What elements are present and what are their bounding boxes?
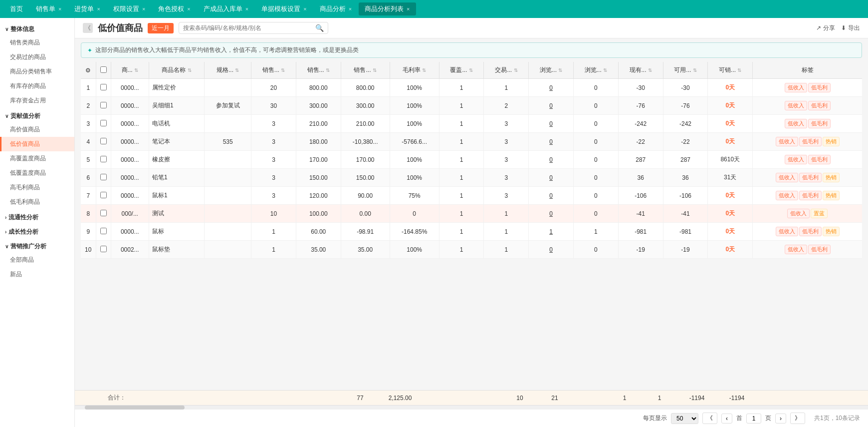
row-sale-qty: 3 bbox=[251, 133, 296, 151]
col-spec[interactable]: 规格... ⇅ bbox=[205, 62, 251, 79]
col-code[interactable]: 商... ⇅ bbox=[111, 62, 149, 79]
sidebar-item-high-margin[interactable]: 高毛利商品 bbox=[0, 180, 74, 195]
row-checkbox[interactable] bbox=[96, 187, 111, 205]
collapse-sidebar-button[interactable]: 《 bbox=[83, 23, 93, 33]
close-icon[interactable]: × bbox=[58, 6, 61, 12]
col-sale-amount[interactable]: 销售... ⇅ bbox=[341, 62, 390, 79]
horizontal-scrollbar[interactable] bbox=[75, 406, 868, 410]
sidebar-item-new-products[interactable]: 新品 bbox=[0, 267, 74, 282]
row-checkbox[interactable] bbox=[96, 79, 111, 97]
row-checkbox[interactable] bbox=[96, 169, 111, 187]
sidebar-item-low-coverage[interactable]: 低覆盖度商品 bbox=[0, 166, 74, 180]
nav-product-stock[interactable]: 产成品入库单× bbox=[198, 2, 254, 15]
row-checkbox[interactable] bbox=[96, 241, 111, 259]
sidebar-item-high-coverage[interactable]: 高覆盖度商品 bbox=[0, 151, 74, 166]
close-icon[interactable]: × bbox=[97, 6, 100, 12]
nav-sales[interactable]: 销售单× bbox=[30, 2, 67, 15]
export-button[interactable]: ⬇ 导出 bbox=[841, 24, 860, 32]
sidebar-group-contribution[interactable]: ∨ 贡献值分析 bbox=[0, 108, 74, 122]
next-page-button[interactable]: › bbox=[775, 414, 786, 424]
row-spec bbox=[205, 115, 251, 133]
row-code: 000/... bbox=[111, 205, 149, 223]
col-name[interactable]: 商品名称 ⇅ bbox=[149, 62, 204, 79]
scrollbar-thumb[interactable] bbox=[85, 406, 185, 410]
row-checkbox[interactable] bbox=[96, 205, 111, 223]
nav-template-settings[interactable]: 单据模板设置× bbox=[255, 2, 312, 15]
close-icon[interactable]: × bbox=[407, 6, 410, 12]
last-page-button[interactable]: 》 bbox=[790, 413, 805, 424]
close-icon[interactable]: × bbox=[142, 6, 145, 12]
col-saleable[interactable]: 可销... ⇅ bbox=[708, 62, 753, 79]
row-spec bbox=[205, 187, 251, 205]
row-checkbox[interactable] bbox=[96, 133, 111, 151]
row-coverage: 1 bbox=[439, 187, 484, 205]
row-checkbox[interactable] bbox=[96, 151, 111, 169]
row-current: -981 bbox=[618, 223, 663, 241]
share-button[interactable]: ↗ 分享 bbox=[816, 24, 835, 32]
row-current: -19 bbox=[618, 241, 663, 259]
row-checkbox[interactable] bbox=[96, 223, 111, 241]
row-sale-price: 150.00 bbox=[296, 169, 341, 187]
col-tags[interactable]: 标签 bbox=[753, 62, 862, 79]
settings-col-header[interactable]: ⚙ bbox=[81, 62, 96, 79]
sidebar-item-sales-products[interactable]: 销售类商品 bbox=[0, 35, 74, 50]
sidebar-item-high-value[interactable]: 高价值商品 bbox=[0, 122, 74, 137]
nav-purchase[interactable]: 进货单× bbox=[68, 2, 106, 15]
sidebar-item-all-products[interactable]: 全部商品 bbox=[0, 253, 74, 267]
col-margin[interactable]: 毛利率 ⇅ bbox=[390, 62, 439, 79]
close-icon[interactable]: × bbox=[245, 6, 248, 12]
period-badge[interactable]: 近一月 bbox=[148, 23, 174, 33]
col-browse1[interactable]: 浏览... ⇅ bbox=[529, 62, 574, 79]
row-current: 36 bbox=[618, 169, 663, 187]
sidebar-item-low-margin[interactable]: 低毛利商品 bbox=[0, 195, 74, 209]
col-sale-qty[interactable]: 销售... ⇅ bbox=[251, 62, 296, 79]
sidebar-item-stock-products[interactable]: 有库存的商品 bbox=[0, 79, 74, 93]
sidebar-group-growth[interactable]: › 成长性分析 bbox=[0, 224, 74, 238]
search-icon[interactable]: 🔍 bbox=[315, 24, 324, 32]
table-row: 7 0000... 鼠标1 3 120.00 90.00 75% 1 3 0 0… bbox=[81, 187, 862, 205]
page-size-select[interactable]: 50 100 200 bbox=[671, 413, 698, 424]
page-number-input[interactable] bbox=[746, 414, 761, 424]
row-trade: 1 bbox=[484, 79, 529, 97]
first-page-button[interactable]: 《 bbox=[702, 413, 717, 424]
col-browse2[interactable]: 浏览... ⇅ bbox=[574, 62, 619, 79]
checkbox-col-header[interactable] bbox=[96, 62, 111, 79]
sidebar-item-stock-capital[interactable]: 库存资金占用 bbox=[0, 93, 74, 108]
close-icon[interactable]: × bbox=[187, 6, 190, 12]
close-icon[interactable]: × bbox=[303, 6, 306, 12]
tag: 低收入 bbox=[776, 137, 798, 146]
col-current[interactable]: 现有... ⇅ bbox=[618, 62, 663, 79]
row-browse2: 0 bbox=[574, 79, 619, 97]
sidebar-group-circulation[interactable]: › 流通性分析 bbox=[0, 209, 74, 224]
nav-product-analysis[interactable]: 商品分析× bbox=[314, 2, 358, 15]
col-coverage[interactable]: 覆盖... ⇅ bbox=[439, 62, 484, 79]
search-input[interactable] bbox=[183, 24, 313, 31]
col-available[interactable]: 可用... ⇅ bbox=[663, 62, 708, 79]
nav-role-auth[interactable]: 角色授权× bbox=[152, 2, 196, 15]
row-browse2: 0 bbox=[574, 115, 619, 133]
sidebar-group-overall[interactable]: ∨ 整体信息 bbox=[0, 21, 74, 35]
col-sale-price[interactable]: 销售... ⇅ bbox=[296, 62, 341, 79]
nav-product-analysis-list[interactable]: 商品分析列表× bbox=[359, 2, 416, 15]
row-margin: -5766.6... bbox=[390, 133, 439, 151]
col-trade[interactable]: 交易... ⇅ bbox=[484, 62, 529, 79]
nav-home[interactable]: 首页 bbox=[4, 2, 29, 15]
row-sale-amount: -10,380... bbox=[341, 133, 390, 151]
row-sale-amount: -98.91 bbox=[341, 223, 390, 241]
row-checkbox[interactable] bbox=[96, 115, 111, 133]
chevron-right-icon: › bbox=[5, 215, 6, 220]
sidebar-item-low-value[interactable]: 低价值商品 bbox=[0, 137, 74, 151]
table-row: 4 0000... 笔记本 535 3 180.00 -10,380... -5… bbox=[81, 133, 862, 151]
sidebar-item-category-sales-rate[interactable]: 商品分类销售率 bbox=[0, 64, 74, 79]
prev-page-button[interactable]: ‹ bbox=[721, 414, 732, 424]
sidebar-item-traded-products[interactable]: 交易过的商品 bbox=[0, 50, 74, 64]
nav-auth-settings[interactable]: 权限设置× bbox=[107, 2, 151, 15]
sidebar-group-marketing[interactable]: ∨ 营销推广分析 bbox=[0, 238, 74, 253]
row-margin: 0 bbox=[390, 205, 439, 223]
row-checkbox[interactable] bbox=[96, 97, 111, 115]
close-icon[interactable]: × bbox=[349, 6, 352, 12]
tag: 低收入 bbox=[785, 119, 807, 128]
row-days: 8610天 bbox=[708, 151, 753, 169]
select-all-checkbox[interactable] bbox=[100, 66, 107, 73]
row-margin: 100% bbox=[390, 151, 439, 169]
